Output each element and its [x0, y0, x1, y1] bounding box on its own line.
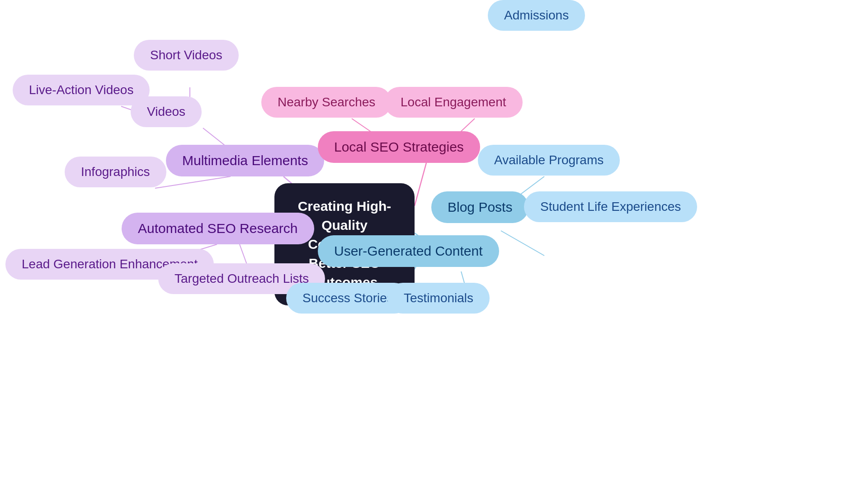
- infographics-node[interactable]: Infographics: [65, 157, 166, 187]
- admissions-node[interactable]: Admissions: [488, 0, 585, 31]
- local-seo-label: Local SEO Strategies: [334, 139, 464, 155]
- blog-posts-label: Blog Posts: [448, 200, 512, 215]
- testimonials-node[interactable]: Testimonials: [387, 283, 490, 314]
- available-programs-label: Available Programs: [494, 153, 604, 167]
- live-action-videos-node[interactable]: Live-Action Videos: [13, 75, 150, 105]
- available-programs-node[interactable]: Available Programs: [478, 145, 620, 176]
- automated-seo-label: Automated SEO Research: [138, 221, 298, 236]
- student-life-label: Student Life Experiences: [540, 200, 681, 214]
- blog-posts-node[interactable]: Blog Posts: [431, 191, 528, 223]
- multimedia-elements-node[interactable]: Multimedia Elements: [166, 145, 324, 176]
- svg-line-14: [501, 231, 544, 256]
- user-gen-content-node[interactable]: User-Generated Content: [318, 235, 499, 267]
- nearby-searches-node[interactable]: Nearby Searches: [261, 87, 392, 118]
- svg-line-5: [415, 163, 426, 206]
- infographics-label: Infographics: [81, 165, 150, 179]
- student-life-node[interactable]: Student Life Experiences: [524, 191, 697, 222]
- live-action-label: Live-Action Videos: [29, 83, 133, 97]
- short-videos-node[interactable]: Short Videos: [134, 40, 239, 71]
- local-seo-node[interactable]: Local SEO Strategies: [318, 131, 480, 163]
- user-gen-label: User-Generated Content: [334, 243, 483, 259]
- videos-label: Videos: [147, 105, 185, 119]
- testimonials-label: Testimonials: [404, 291, 473, 305]
- multimedia-label: Multimedia Elements: [182, 153, 308, 168]
- short-videos-label: Short Videos: [150, 48, 222, 62]
- automated-seo-node[interactable]: Automated SEO Research: [122, 213, 314, 244]
- local-engagement-node[interactable]: Local Engagement: [384, 87, 523, 118]
- local-engagement-label: Local Engagement: [401, 95, 506, 109]
- targeted-outreach-label: Targeted Outreach Lists: [175, 271, 309, 286]
- svg-line-4: [155, 176, 231, 188]
- success-stories-label: Success Stories: [302, 291, 393, 305]
- admissions-label: Admissions: [504, 8, 569, 23]
- nearby-searches-label: Nearby Searches: [278, 95, 375, 109]
